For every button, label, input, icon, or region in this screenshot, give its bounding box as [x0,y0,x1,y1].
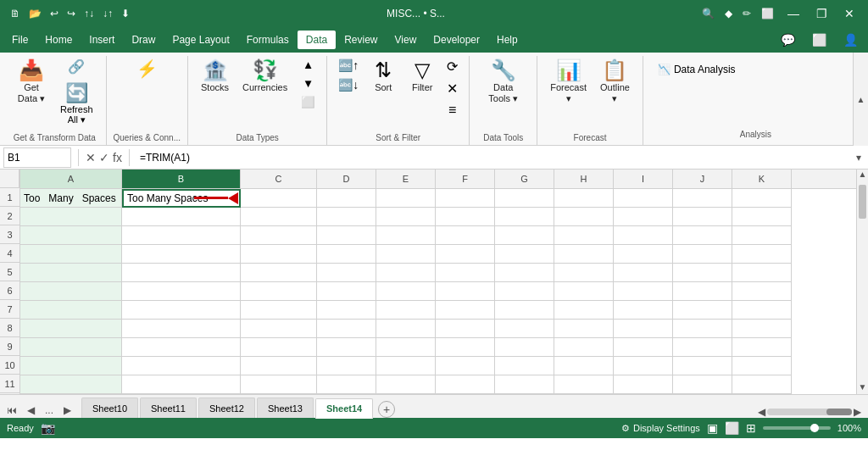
cell-I11[interactable] [614,375,673,394]
cell-F1[interactable] [436,189,495,208]
menu-review[interactable]: Review [336,31,386,49]
cell-G8[interactable] [495,320,554,338]
cell-D6[interactable] [317,282,376,301]
cell-K4[interactable] [732,245,792,264]
sheet-tab-10[interactable]: Sheet10 [81,398,138,418]
col-header-K[interactable]: K [732,170,792,188]
menu-data[interactable]: Data [298,31,336,49]
cell-B6[interactable] [122,282,241,301]
tab-prev-btn[interactable]: ◀ [24,403,38,418]
cell-K8[interactable] [732,320,792,338]
cell-C1[interactable] [241,189,317,208]
col-header-E[interactable]: E [376,170,436,188]
cell-J3[interactable] [673,226,732,245]
insert-function-btn[interactable]: fx [113,151,122,164]
scroll-thumb[interactable] [859,185,866,219]
scroll-up-btn[interactable]: ▲ [857,170,868,181]
reapply-btn[interactable]: ⟳ [442,56,462,77]
cell-J7[interactable] [673,301,732,320]
cell-B7[interactable] [122,301,241,320]
cell-F10[interactable] [436,357,495,375]
cell-F8[interactable] [436,320,495,338]
cell-A2[interactable] [20,208,122,226]
sheet-tab-13[interactable]: Sheet13 [257,398,314,418]
cell-H7[interactable] [554,301,614,320]
advanced-btn[interactable]: ≡ [442,100,462,120]
scroll-track[interactable] [857,181,868,382]
sheet-tab-11[interactable]: Sheet11 [140,398,197,418]
cell-H5[interactable] [554,264,614,282]
hscroll-right-btn[interactable]: ▶ [854,406,861,418]
cell-H4[interactable] [554,245,614,264]
hscroll-track[interactable] [767,409,852,415]
cell-B4[interactable] [122,245,241,264]
menu-home[interactable]: Home [36,31,81,49]
cell-G9[interactable] [495,338,554,357]
get-data-btn[interactable]: 📥 GetData ▾ [10,56,53,108]
cell-C11[interactable] [241,375,317,394]
confirm-formula-btn[interactable]: ✓ [99,151,109,164]
cell-D7[interactable] [317,301,376,320]
cell-H2[interactable] [554,208,614,226]
cell-I1[interactable] [614,189,673,208]
formula-input[interactable] [133,150,849,165]
currencies-btn[interactable]: 💱 Currencies [236,56,293,97]
col-header-D[interactable]: D [317,170,376,188]
cell-H10[interactable] [554,357,614,375]
open-btn[interactable]: 📂 [25,6,45,21]
cell-A6[interactable] [20,282,122,301]
cell-A9[interactable] [20,338,122,357]
maximize-btn[interactable]: ❐ [810,5,834,22]
share-btn[interactable]: 💬 [774,30,802,50]
cell-H6[interactable] [554,282,614,301]
cell-E9[interactable] [376,338,436,357]
col-header-B[interactable]: B [122,170,241,188]
queries-connections-btn[interactable]: ⚡ [128,56,165,83]
cell-E4[interactable] [376,245,436,264]
col-header-A[interactable]: A [20,170,122,188]
cell-J5[interactable] [673,264,732,282]
cell-G4[interactable] [495,245,554,264]
cell-I6[interactable] [614,282,673,301]
cell-J8[interactable] [673,320,732,338]
cell-D2[interactable] [317,208,376,226]
cell-G3[interactable] [495,226,554,245]
cell-D3[interactable] [317,226,376,245]
cell-E1[interactable] [376,189,436,208]
page-layout-btn[interactable]: ⬜ [725,421,739,435]
cell-J2[interactable] [673,208,732,226]
cell-E11[interactable] [376,375,436,394]
cell-E2[interactable] [376,208,436,226]
cell-C4[interactable] [241,245,317,264]
cell-B10[interactable] [122,357,241,375]
outline-btn[interactable]: 📋 Outline▾ [594,56,636,108]
cell-C7[interactable] [241,301,317,320]
stocks-btn[interactable]: 🏦 Stocks [195,56,235,97]
cell-D8[interactable] [317,320,376,338]
display-settings-label[interactable]: ⚙ Display Settings [621,423,700,434]
cell-F11[interactable] [436,375,495,394]
cell-E7[interactable] [376,301,436,320]
cell-C9[interactable] [241,338,317,357]
cell-G2[interactable] [495,208,554,226]
cell-I7[interactable] [614,301,673,320]
name-box[interactable]: B1 [3,147,71,168]
insert-btn[interactable]: ⬇ [118,6,133,21]
cell-D1[interactable] [317,189,376,208]
data-tools-btn[interactable]: 🔧 DataTools ▾ [482,56,524,108]
col-header-H[interactable]: H [554,170,614,188]
queries-btn[interactable]: 🔗 [54,56,99,77]
cell-D5[interactable] [317,264,376,282]
col-header-G[interactable]: G [495,170,554,188]
fullscreen-btn[interactable]: ⬜ [758,6,777,21]
cell-F3[interactable] [436,226,495,245]
cell-K11[interactable] [732,375,792,394]
col-header-I[interactable]: I [614,170,673,188]
cell-A4[interactable] [20,245,122,264]
dt-more[interactable]: ⬜ [297,93,320,111]
cell-F5[interactable] [436,264,495,282]
menu-formulas[interactable]: Formulas [238,31,298,49]
cell-F4[interactable] [436,245,495,264]
user-btn[interactable]: 👤 [837,30,865,50]
cell-G5[interactable] [495,264,554,282]
